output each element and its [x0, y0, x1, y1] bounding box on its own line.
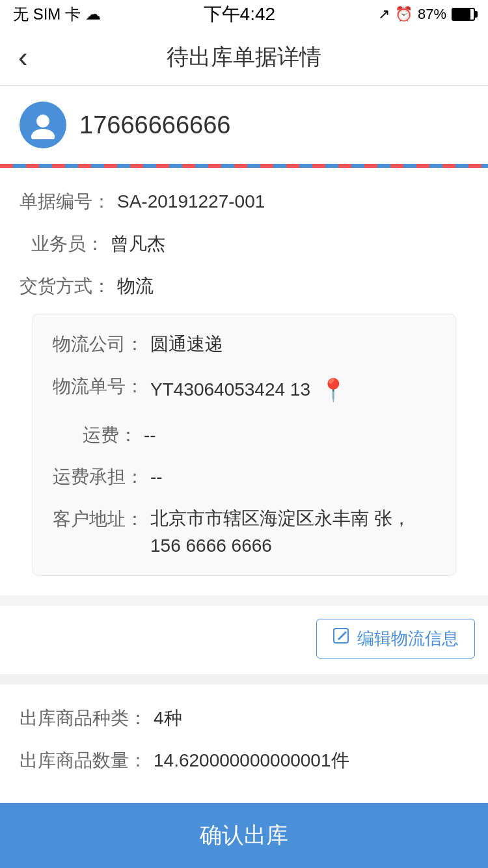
edit-logistics-label: 编辑物流信息 — [357, 627, 459, 650]
map-pin-icon[interactable]: 📍 — [319, 372, 347, 407]
goods-quantity-value: 14.620000000000001件 — [154, 746, 468, 776]
page-title: 待出库单据详情 — [167, 42, 321, 72]
edit-logistics-button[interactable]: 编辑物流信息 — [316, 619, 475, 658]
goods-types-value: 4种 — [154, 704, 468, 733]
order-info-section: 单据编号： SA-20191227-001 业务员： 曾凡杰 交货方式： 物流 … — [0, 168, 488, 595]
order-number-label: 单据编号： — [20, 187, 111, 217]
freight-bear-label: 运费承担： — [53, 463, 144, 492]
status-right: ↗ ⏰ 87% — [378, 6, 475, 23]
edit-btn-row: 编辑物流信息 — [0, 606, 488, 674]
avatar — [20, 102, 66, 148]
user-section: 17666666666 — [0, 86, 488, 164]
order-number-row: 单据编号： SA-20191227-001 — [20, 187, 468, 217]
alarm-icon: ⏰ — [395, 6, 413, 23]
freight-value: -- — [144, 421, 435, 450]
goods-section: 出库商品种类： 4种 出库商品数量： 14.620000000000001件 — [0, 685, 488, 795]
freight-bear-value: -- — [150, 463, 435, 492]
svg-point-0 — [36, 115, 49, 128]
logistics-card: 物流公司： 圆通速递 物流单号： YT43064053424 13 📍 运费： … — [33, 314, 455, 576]
back-button[interactable]: ‹ — [18, 41, 28, 74]
logistics-tracking-value: YT43064053424 13 📍 — [150, 372, 435, 407]
user-phone: 17666666666 — [79, 111, 230, 139]
logistics-company-label: 物流公司： — [53, 330, 144, 359]
location-indicator: ↗ — [378, 6, 390, 23]
goods-quantity-label: 出库商品数量： — [20, 746, 147, 776]
order-number-value: SA-20191227-001 — [117, 187, 468, 217]
battery-level: 87% — [418, 6, 446, 23]
staff-label: 业务员： — [20, 230, 104, 259]
goods-types-row: 出库商品种类： 4种 — [20, 704, 468, 733]
delivery-row: 交货方式： 物流 — [20, 272, 468, 301]
freight-bear-row: 运费承担： -- — [53, 463, 435, 492]
staff-row: 业务员： 曾凡杰 — [20, 230, 468, 259]
status-left: 无 SIM 卡 ☁ — [13, 4, 101, 25]
tracking-number: YT43064053424 13 — [150, 375, 310, 405]
person-icon — [29, 111, 57, 139]
battery-icon — [452, 8, 475, 21]
logistics-tracking-row: 物流单号： YT43064053424 13 📍 — [53, 372, 435, 407]
address-row: 客户地址： 北京市市辖区海淀区永丰南 张，156 6666 6666 — [53, 505, 435, 560]
confirm-button-label: 确认出库 — [200, 821, 288, 850]
status-bar: 无 SIM 卡 ☁ 下午4:42 ↗ ⏰ 87% — [0, 0, 488, 29]
logistics-tracking-label: 物流单号： — [53, 372, 144, 401]
goods-quantity-row: 出库商品数量： 14.620000000000001件 — [20, 746, 468, 776]
section-divider — [0, 674, 488, 685]
delivery-value: 物流 — [117, 272, 468, 301]
status-time: 下午4:42 — [204, 2, 276, 27]
freight-row: 运费： -- — [53, 421, 435, 450]
address-label: 客户地址： — [53, 505, 144, 534]
freight-label: 运费： — [53, 421, 137, 450]
logistics-company-value: 圆通速递 — [150, 330, 435, 359]
svg-point-1 — [31, 129, 55, 139]
confirm-button[interactable]: 确认出库 — [0, 803, 488, 868]
goods-types-label: 出库商品种类： — [20, 704, 147, 733]
address-value: 北京市市辖区海淀区永丰南 张，156 6666 6666 — [150, 505, 435, 560]
logistics-company-row: 物流公司： 圆通速递 — [53, 330, 435, 359]
delivery-label: 交货方式： — [20, 272, 111, 301]
staff-value: 曾凡杰 — [111, 230, 468, 259]
edit-icon — [332, 627, 351, 650]
nav-bar: ‹ 待出库单据详情 — [0, 29, 488, 86]
